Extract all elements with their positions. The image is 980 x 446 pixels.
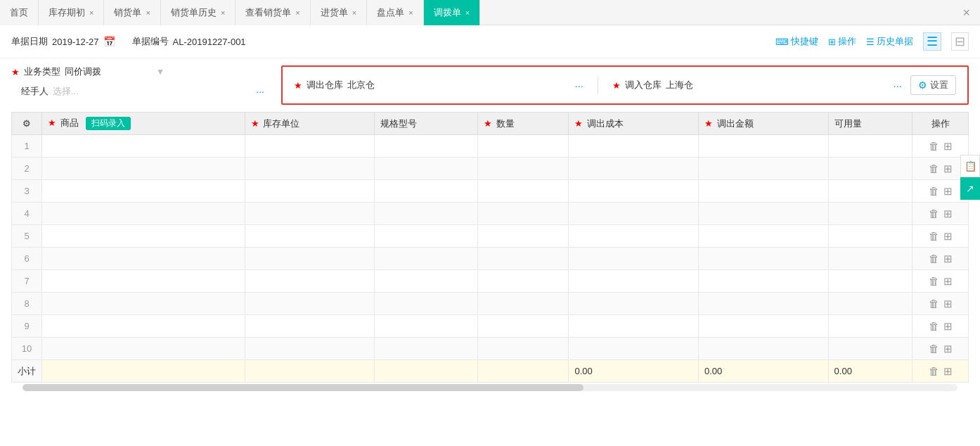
- row-delete-icon-8[interactable]: 🗑: [929, 298, 939, 310]
- tab-inventory-init[interactable]: 库存期初 ×: [39, 0, 104, 25]
- handler-more-icon[interactable]: ···: [256, 86, 264, 97]
- history-button[interactable]: ☰ 历史单据: [866, 35, 913, 48]
- tab-sales-history-close[interactable]: ×: [221, 8, 225, 17]
- row-spec-2[interactable]: [375, 158, 478, 180]
- row-copy-icon-10[interactable]: ⊞: [943, 343, 953, 355]
- row-cost-5[interactable]: [569, 225, 699, 248]
- tab-inventory-check[interactable]: 盘点单 ×: [367, 0, 423, 25]
- row-unit-10[interactable]: [245, 338, 375, 360]
- shortcuts-button[interactable]: ⌨ 快捷键: [775, 35, 818, 48]
- row-delete-icon-3[interactable]: 🗑: [929, 185, 939, 197]
- business-type-dropdown-icon[interactable]: ▼: [156, 67, 165, 77]
- warehouse-in-more-icon[interactable]: ···: [893, 79, 902, 91]
- row-unit-5[interactable]: [245, 225, 375, 248]
- right-doc-icon[interactable]: 📋: [960, 155, 980, 177]
- row-cost-4[interactable]: [569, 203, 699, 225]
- row-cost-6[interactable]: [569, 248, 699, 270]
- tab-sales-history[interactable]: 销货单历史 ×: [161, 0, 236, 25]
- horizontal-scrollbar[interactable]: [22, 384, 958, 391]
- row-unit-8[interactable]: [245, 293, 375, 315]
- row-product-1[interactable]: [42, 135, 245, 158]
- row-delete-icon-4[interactable]: 🗑: [929, 208, 939, 219]
- tab-view-sales[interactable]: 查看销货单 ×: [236, 0, 310, 25]
- row-copy-icon-6[interactable]: ⊞: [943, 253, 953, 265]
- layout-list-icon[interactable]: ☰: [923, 32, 941, 51]
- row-delete-icon-1[interactable]: 🗑: [929, 140, 939, 152]
- scrollbar-thumb[interactable]: [22, 384, 584, 391]
- row-unit-3[interactable]: [245, 180, 375, 203]
- row-spec-3[interactable]: [375, 180, 478, 203]
- row-cost-8[interactable]: [569, 293, 699, 315]
- row-spec-6[interactable]: [375, 248, 478, 270]
- tab-transfer-order-close[interactable]: ×: [465, 8, 470, 17]
- row-quantity-4[interactable]: [478, 203, 569, 225]
- row-product-3[interactable]: [42, 180, 245, 203]
- row-product-8[interactable]: [42, 293, 245, 315]
- row-delete-icon-5[interactable]: 🗑: [929, 230, 939, 242]
- row-quantity-2[interactable]: [478, 158, 569, 180]
- calendar-icon[interactable]: 📅: [103, 36, 115, 47]
- tab-inventory-init-close[interactable]: ×: [89, 8, 94, 17]
- row-cost-7[interactable]: [569, 270, 699, 293]
- row-amount-4[interactable]: [699, 203, 829, 225]
- tab-view-sales-close[interactable]: ×: [295, 8, 299, 17]
- global-close-button[interactable]: ×: [953, 0, 980, 25]
- row-copy-icon-3[interactable]: ⊞: [943, 185, 953, 198]
- row-delete-icon-6[interactable]: 🗑: [929, 253, 939, 265]
- row-amount-2[interactable]: [699, 158, 829, 180]
- row-spec-7[interactable]: [375, 270, 478, 293]
- row-amount-6[interactable]: [699, 248, 829, 270]
- tab-sales-order-close[interactable]: ×: [146, 8, 150, 17]
- row-amount-7[interactable]: [699, 270, 829, 293]
- row-product-9[interactable]: [42, 315, 245, 338]
- row-amount-1[interactable]: [699, 135, 829, 158]
- row-copy-icon-1[interactable]: ⊞: [943, 140, 953, 153]
- th-gear[interactable]: ⚙: [12, 113, 42, 135]
- row-spec-10[interactable]: [375, 338, 478, 360]
- row-copy-icon-4[interactable]: ⊞: [943, 208, 953, 220]
- row-unit-6[interactable]: [245, 248, 375, 270]
- row-quantity-1[interactable]: [478, 135, 569, 158]
- tab-sales-order[interactable]: 销货单 ×: [104, 0, 160, 25]
- row-delete-icon-7[interactable]: 🗑: [929, 275, 939, 287]
- row-quantity-10[interactable]: [478, 338, 569, 360]
- operations-button[interactable]: ⊞ 操作: [828, 35, 856, 48]
- row-copy-icon-5[interactable]: ⊞: [943, 230, 953, 243]
- row-product-4[interactable]: [42, 203, 245, 225]
- row-delete-icon-9[interactable]: 🗑: [929, 320, 939, 332]
- row-spec-4[interactable]: [375, 203, 478, 225]
- row-product-6[interactable]: [42, 248, 245, 270]
- row-delete-icon-10[interactable]: 🗑: [929, 343, 939, 355]
- row-unit-1[interactable]: [245, 135, 375, 158]
- row-spec-9[interactable]: [375, 315, 478, 338]
- tab-transfer-order[interactable]: 调拨单 ×: [424, 0, 480, 25]
- settings-button[interactable]: ⚙ 设置: [910, 75, 956, 95]
- row-spec-1[interactable]: [375, 135, 478, 158]
- row-cost-3[interactable]: [569, 180, 699, 203]
- tab-purchase-order[interactable]: 进货单 ×: [311, 0, 367, 25]
- tab-purchase-order-close[interactable]: ×: [352, 8, 356, 17]
- row-amount-8[interactable]: [699, 293, 829, 315]
- row-amount-10[interactable]: [699, 338, 829, 360]
- row-quantity-9[interactable]: [478, 315, 569, 338]
- row-unit-2[interactable]: [245, 158, 375, 180]
- warehouse-out-more-icon[interactable]: ···: [574, 79, 584, 91]
- row-cost-9[interactable]: [569, 315, 699, 338]
- subtotal-copy-icon[interactable]: ⊞: [943, 365, 953, 378]
- row-product-2[interactable]: [42, 158, 245, 180]
- row-cost-2[interactable]: [569, 158, 699, 180]
- handler-value[interactable]: 选择...: [53, 85, 137, 98]
- row-quantity-5[interactable]: [478, 225, 569, 248]
- row-spec-8[interactable]: [375, 293, 478, 315]
- row-amount-3[interactable]: [699, 180, 829, 203]
- row-copy-icon-7[interactable]: ⊞: [943, 275, 953, 288]
- row-product-5[interactable]: [42, 225, 245, 248]
- tab-inventory-check-close[interactable]: ×: [408, 8, 413, 17]
- row-unit-9[interactable]: [245, 315, 375, 338]
- row-product-10[interactable]: [42, 338, 245, 360]
- row-quantity-7[interactable]: [478, 270, 569, 293]
- row-quantity-6[interactable]: [478, 248, 569, 270]
- subtotal-delete-icon[interactable]: 🗑: [929, 365, 939, 377]
- row-copy-icon-8[interactable]: ⊞: [943, 298, 953, 310]
- row-copy-icon-2[interactable]: ⊞: [943, 163, 953, 175]
